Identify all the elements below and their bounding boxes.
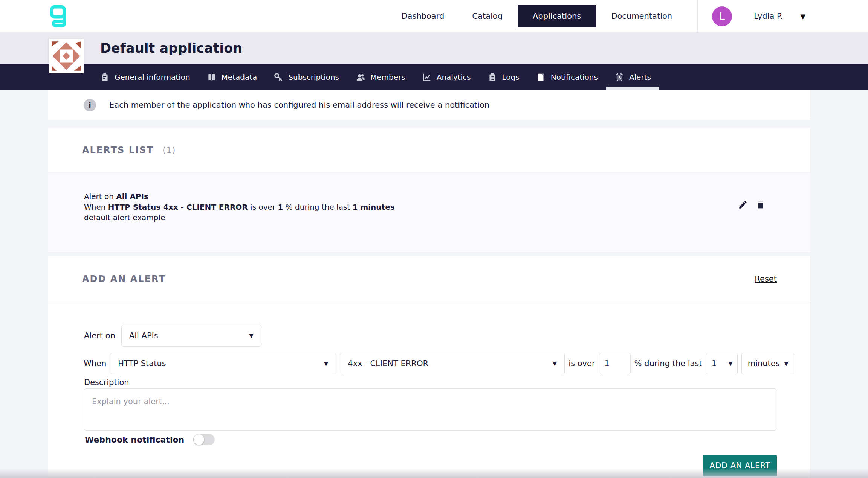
main-nav: Dashboard Catalog Applications Documenta… [387, 0, 868, 32]
tab-label: Members [370, 73, 405, 82]
tab-label: General information [115, 73, 190, 82]
caret-down-icon: ▼ [553, 360, 557, 367]
alert-line2-text: % during the last [283, 202, 352, 212]
gravitee-logo-icon[interactable] [48, 4, 68, 28]
tab-alerts[interactable]: Alerts [606, 64, 659, 90]
document-icon [536, 72, 546, 82]
info-banner: i Each member of the application who has… [48, 90, 810, 120]
clipboard-icon [100, 72, 110, 82]
logs-icon [487, 72, 497, 82]
page-title: Default application [100, 32, 242, 64]
metric-select[interactable]: HTTP Status ▼ [110, 353, 336, 374]
caret-down-icon: ▼ [728, 360, 733, 367]
info-icon: i [84, 99, 96, 111]
book-icon [207, 72, 217, 82]
alert-item-condition: When HTTP Status 4xx - CLIENT ERROR is o… [84, 202, 810, 212]
tab-label: Analytics [437, 73, 471, 82]
alarm-clock-icon [614, 72, 624, 82]
top-navigation: Dashboard Catalog Applications Documenta… [0, 0, 868, 32]
alert-on-label: Alert on [84, 331, 115, 340]
api-select-value: All APIs [129, 331, 158, 340]
caret-down-icon[interactable]: ▼ [800, 12, 805, 20]
add-alert-header: ADD AN ALERT Reset [48, 256, 810, 301]
is-over-label: is over [568, 359, 595, 368]
alert-line2-metric: HTTP Status 4xx - CLIENT ERROR [108, 202, 248, 212]
description-label: Description [84, 378, 129, 387]
key-icon [274, 72, 283, 82]
caret-down-icon: ▼ [324, 360, 329, 367]
webhook-toggle[interactable] [193, 434, 215, 445]
nav-documentation[interactable]: Documentation [597, 0, 686, 32]
alerts-list-card: ALERTS LIST (1) Alert on All APIs When H… [48, 128, 810, 252]
application-tabbar: General information Metadata Subscriptio… [0, 64, 868, 90]
caret-down-icon: ▼ [249, 332, 254, 339]
alert-item-summary: Alert on All APIs [84, 191, 810, 202]
application-picture [49, 39, 84, 73]
chart-icon [422, 72, 432, 82]
alerts-list-header: ALERTS LIST (1) [48, 128, 810, 172]
alert-line2-text: is over [248, 202, 278, 212]
tab-label: Subscriptions [288, 73, 339, 82]
user-name: Lydia P. [754, 12, 783, 21]
alert-item-actions [738, 199, 766, 210]
toggle-knob [194, 434, 204, 445]
tab-notifications[interactable]: Notifications [528, 64, 606, 90]
user-menu[interactable]: L Lydia P. ▼ [698, 6, 868, 26]
info-banner-text: Each member of the application who has c… [109, 100, 489, 110]
caret-down-icon: ▼ [784, 360, 789, 367]
during-label: % during the last [634, 359, 702, 368]
add-alert-card: ADD AN ALERT Reset Alert on All APIs ▼ W… [48, 256, 810, 478]
app-header-band: Default application [0, 32, 868, 64]
alert-condition-row: When HTTP Status ▼ 4xx - CLIENT ERROR ▼ … [84, 353, 794, 374]
alerts-list-title: ALERTS LIST [82, 145, 154, 155]
alert-line2-threshold: 1 [278, 202, 283, 212]
nav-dashboard[interactable]: Dashboard [387, 0, 458, 32]
tab-label: Alerts [629, 73, 651, 82]
trash-icon[interactable] [755, 199, 766, 210]
members-icon [356, 72, 365, 82]
nav-applications[interactable]: Applications [518, 5, 596, 27]
alert-line1-text: Alert on [84, 192, 116, 201]
add-alert-title: ADD AN ALERT [82, 274, 166, 284]
tab-members[interactable]: Members [347, 64, 414, 90]
alert-item-description: default alert example [84, 212, 810, 223]
tab-logs[interactable]: Logs [479, 64, 528, 90]
alert-line2-text: When [84, 202, 108, 212]
add-alert-form: Alert on All APIs ▼ When HTTP Status ▼ 4… [48, 301, 810, 478]
nav-catalog[interactable]: Catalog [458, 0, 517, 32]
metric-select-value: HTTP Status [118, 359, 166, 368]
reset-link[interactable]: Reset [755, 274, 777, 283]
alerts-count-badge: (1) [163, 146, 176, 155]
alert-line1-scope: All APIs [116, 192, 148, 201]
avatar[interactable]: L [712, 6, 732, 26]
unit-select[interactable]: minutes ▼ [741, 353, 794, 374]
add-alert-button[interactable]: ADD AN ALERT [703, 455, 777, 476]
api-select[interactable]: All APIs ▼ [121, 325, 261, 347]
alert-line2-duration: 1 minutes [353, 202, 395, 212]
tab-general-information[interactable]: General information [92, 64, 199, 90]
threshold-input[interactable] [599, 353, 631, 374]
tab-analytics[interactable]: Analytics [414, 64, 479, 90]
tab-metadata[interactable]: Metadata [199, 64, 266, 90]
condition-select[interactable]: 4xx - CLIENT ERROR ▼ [340, 353, 565, 374]
tab-label: Notifications [551, 73, 598, 82]
duration-select-value: 1 [712, 359, 717, 368]
webhook-row: Webhook notification [85, 434, 215, 445]
condition-select-value: 4xx - CLIENT ERROR [348, 359, 428, 368]
webhook-label: Webhook notification [85, 435, 184, 445]
pencil-icon[interactable] [738, 199, 748, 210]
tab-label: Metadata [222, 73, 257, 82]
duration-select[interactable]: 1 ▼ [706, 353, 738, 374]
alert-scope-row: Alert on All APIs ▼ [84, 325, 261, 347]
unit-select-value: minutes [748, 359, 780, 368]
description-textarea[interactable] [84, 388, 776, 431]
alert-list-item: Alert on All APIs When HTTP Status 4xx -… [48, 172, 810, 251]
tab-subscriptions[interactable]: Subscriptions [265, 64, 347, 90]
tab-label: Logs [502, 73, 520, 82]
when-label: When [84, 359, 106, 368]
